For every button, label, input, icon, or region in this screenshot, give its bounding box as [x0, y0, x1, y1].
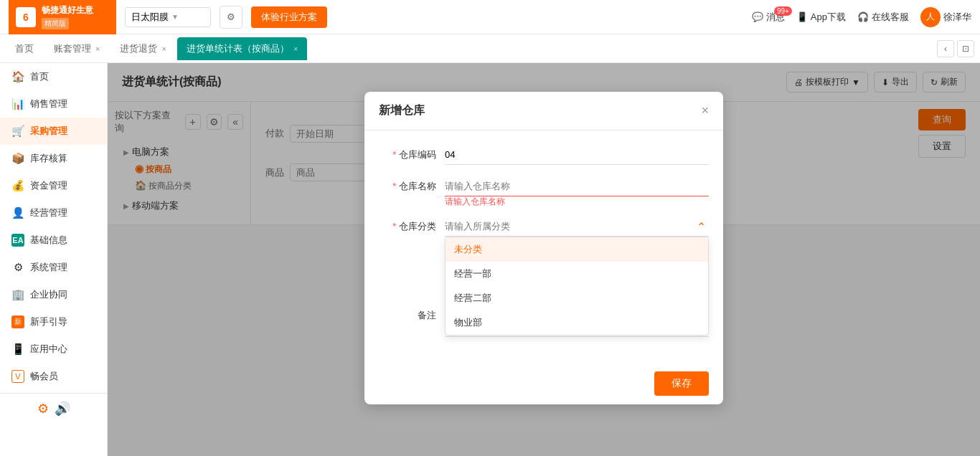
sidebar-item-sales[interactable]: 📊 销售管理	[0, 90, 107, 118]
dropdown-item-property[interactable]: 物业部	[446, 310, 708, 335]
sidebar-item-system[interactable]: ⚙ 系统管理	[0, 254, 107, 281]
modal-title: 新增仓库	[379, 103, 425, 118]
sidebar-label-apps: 应用中心	[30, 343, 67, 356]
settings-bottom-icon[interactable]: ⚙	[37, 401, 49, 417]
sidebar-bottom: ⚙ 🔊	[0, 394, 107, 424]
dropdown-arrow-icon: ▼	[171, 13, 179, 21]
category-select-wrap[interactable]: ⌃	[445, 217, 709, 237]
tab-purchase-stats-close[interactable]: ×	[293, 44, 298, 53]
name-error-message: 请输入仓库名称	[445, 196, 505, 208]
logo-icon: 6	[16, 7, 36, 27]
dropdown-item-uncategorized[interactable]: 未分类	[446, 237, 708, 262]
enterprise-icon: 🏢	[11, 288, 24, 301]
sidebar-item-purchase[interactable]: 🛒 采购管理	[0, 118, 107, 145]
sidebar-item-enterprise[interactable]: 🏢 企业协同	[0, 281, 107, 308]
sidebar-item-finance[interactable]: 💰 资金管理	[0, 172, 107, 199]
tab-accounts-close[interactable]: ×	[95, 44, 100, 53]
sidebar-label-inventory: 库存核算	[30, 152, 67, 165]
tab-accounts-label: 账套管理	[54, 42, 91, 55]
form-row-category: * 仓库分类 ⌃ 未分类 经营一部 经营二部 物业部	[379, 217, 709, 237]
store-name: 日太阳膜	[131, 11, 169, 24]
dropdown-item-dept2[interactable]: 经营二部	[446, 286, 708, 310]
save-button[interactable]: 保存	[654, 371, 709, 396]
sidebar-label-basic: 基础信息	[30, 234, 67, 247]
basic-icon: EA	[11, 234, 24, 247]
sidebar-item-operations[interactable]: 👤 经营管理	[0, 199, 107, 227]
operations-icon: 👤	[11, 206, 24, 219]
gear-icon: ⚙	[227, 11, 235, 22]
trial-button[interactable]: 体验行业方案	[251, 6, 327, 28]
app-download-item[interactable]: 📱 App下载	[796, 11, 846, 24]
sidebar-label-enterprise: 企业协同	[30, 288, 67, 301]
logo-area: 6 畅捷通好生意 精简版	[9, 0, 116, 34]
sidebar-item-member[interactable]: V 畅会员	[0, 363, 107, 390]
purchase-icon: 🛒	[11, 125, 24, 138]
code-label: * 仓库编码	[379, 148, 436, 161]
message-badge: 99+	[774, 6, 792, 16]
sidebar-item-basic[interactable]: EA 基础信息	[0, 227, 107, 254]
username: 徐泽华	[943, 11, 971, 24]
tab-purchase-stats-label: 进货单统计表（按商品）	[187, 42, 289, 55]
gear-button[interactable]: ⚙	[220, 6, 242, 29]
member-icon: V	[11, 370, 24, 383]
inventory-icon: 📦	[11, 152, 24, 165]
service-label: 在线客服	[872, 11, 909, 24]
category-input[interactable]	[445, 217, 709, 236]
tab-next-button[interactable]: ⊡	[957, 40, 974, 57]
user-item[interactable]: 人 徐泽华	[920, 7, 971, 27]
modal-footer: 保存	[364, 363, 723, 404]
category-arrow-icon[interactable]: ⌃	[697, 219, 706, 233]
user-avatar: 人	[920, 7, 941, 27]
service-item[interactable]: 🎧 在线客服	[857, 11, 909, 24]
sidebar-label-guide: 新手引导	[30, 315, 67, 328]
main-layout: 🏠 首页 📊 销售管理 🛒 采购管理 📦 库存核算 💰 资金管理 👤 经营管理 …	[0, 63, 980, 456]
tab-bar: 首页 账套管理 × 进货退货 × 进货单统计表（按商品） × ‹ ⊡	[0, 34, 980, 63]
name-input[interactable]	[445, 176, 709, 196]
message-icon: 💬	[752, 11, 763, 22]
tab-controls: ‹ ⊡	[937, 40, 974, 57]
modal-add-warehouse: 新增仓库 × * 仓库编码 *	[364, 92, 723, 404]
sidebar-label-home: 首页	[30, 70, 49, 83]
sidebar: 🏠 首页 📊 销售管理 🛒 采购管理 📦 库存核算 💰 资金管理 👤 经营管理 …	[0, 63, 108, 456]
form-row-code: * 仓库编码	[379, 145, 709, 165]
message-item[interactable]: 💬 消息 99+	[752, 11, 785, 24]
tab-purchase-return-label: 进货退货	[120, 42, 157, 55]
sidebar-item-guide[interactable]: 新 新手引导	[0, 308, 107, 336]
dropdown-item-dept1[interactable]: 经营一部	[446, 262, 708, 286]
code-input[interactable]	[445, 145, 709, 165]
sidebar-item-home[interactable]: 🏠 首页	[0, 63, 107, 90]
form-row-name: * 仓库名称 请输入仓库名称	[379, 176, 709, 196]
guide-icon: 新	[11, 315, 24, 328]
tab-prev-button[interactable]: ‹	[937, 40, 954, 57]
logo-text: 畅捷通好生意 精简版	[42, 4, 93, 29]
modal-close-button[interactable]: ×	[701, 103, 709, 118]
modal-overlay[interactable]: 新增仓库 × * 仓库编码 *	[108, 63, 980, 456]
store-selector[interactable]: 日太阳膜 ▼	[125, 7, 211, 27]
sidebar-item-inventory[interactable]: 📦 库存核算	[0, 145, 107, 172]
top-right-area: 💬 消息 99+ 📱 App下载 🎧 在线客服 人 徐泽华	[752, 7, 971, 27]
modal-header: 新增仓库 ×	[364, 92, 723, 130]
volume-icon[interactable]: 🔊	[55, 401, 70, 417]
note-label: 备注	[379, 309, 436, 322]
tab-accounts[interactable]: 账套管理 ×	[44, 37, 109, 60]
tab-purchase-return-close[interactable]: ×	[161, 44, 166, 53]
sidebar-label-finance: 资金管理	[30, 179, 67, 192]
tab-home[interactable]: 首页	[6, 37, 43, 60]
name-label: * 仓库名称	[379, 180, 436, 193]
apps-icon: 📱	[11, 343, 24, 356]
category-dropdown: 未分类 经营一部 经营二部 物业部	[445, 237, 709, 336]
app-label: App下载	[811, 11, 846, 24]
tab-purchase-return[interactable]: 进货退货 ×	[110, 37, 175, 60]
category-label: * 仓库分类	[379, 220, 436, 233]
sidebar-label-operations: 经营管理	[30, 206, 67, 219]
content-area: 进货单统计(按商品) 🖨 按模板打印 ▼ ⬇ 导出 ↻ 刷新	[108, 63, 980, 456]
sidebar-label-purchase: 采购管理	[30, 125, 67, 138]
tab-purchase-stats[interactable]: 进货单统计表（按商品） ×	[177, 37, 307, 60]
sidebar-label-member: 畅会员	[30, 370, 58, 383]
top-bar: 6 畅捷通好生意 精简版 日太阳膜 ▼ ⚙ 体验行业方案 💬 消息 99+ 📱 …	[0, 0, 980, 34]
sidebar-label-sales: 销售管理	[30, 98, 67, 110]
home-icon: 🏠	[11, 70, 24, 83]
sidebar-item-apps[interactable]: 📱 应用中心	[0, 336, 107, 363]
finance-icon: 💰	[11, 179, 24, 192]
app-icon: 📱	[796, 11, 808, 22]
